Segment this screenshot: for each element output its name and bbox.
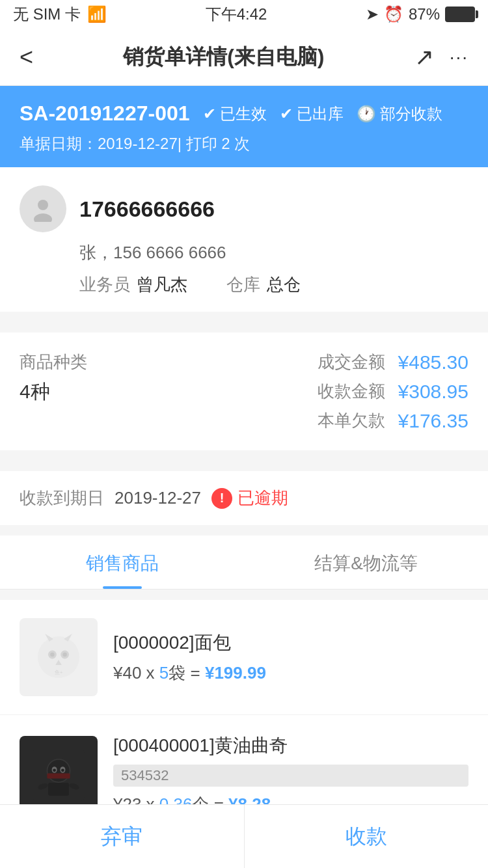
svg-point-15 — [53, 768, 56, 772]
category-value: 4种 — [20, 379, 87, 405]
overdue-text: 已逾期 — [237, 487, 288, 509]
deal-label: 成交金额 — [318, 351, 385, 373]
warehouse-value: 总仓 — [267, 273, 301, 296]
product-info-2: [000400001]黄油曲奇 534532 ¥23 x 0.36个 = ¥8.… — [113, 733, 468, 816]
avatar — [20, 185, 66, 232]
more-button[interactable]: ··· — [450, 47, 468, 68]
products-list: 鱼+ [0000002]面包 ¥40 x 5袋 = ¥199.99 — [0, 600, 488, 835]
owed-label: 本单欠款 — [318, 409, 385, 432]
svg-rect-18 — [48, 783, 69, 796]
product-item-1: 鱼+ [0000002]面包 ¥40 x 5袋 = ¥199.99 — [0, 600, 488, 715]
overdue-icon: ! — [211, 488, 232, 509]
received-amount: ¥308.95 — [398, 381, 468, 403]
battery-text: 87% — [409, 5, 440, 23]
status-badge-3: 🕐 部分收款 — [357, 103, 442, 124]
order-date-info: 单据日期：2019-12-27| 打印 2 次 — [20, 133, 468, 154]
status-right: ➤ ⏰ 87% — [366, 5, 475, 23]
product-info-1: [0000002]面包 ¥40 x 5袋 = ¥199.99 — [113, 631, 468, 685]
product-name-2: [000400001]黄油曲奇 — [113, 733, 468, 758]
nav-actions: ↗ ··· — [414, 44, 468, 71]
svg-point-1 — [34, 213, 52, 222]
product-image-2 — [20, 736, 98, 814]
received-label: 收款金额 — [318, 380, 385, 403]
page-title: 销货单详情(来自电脑) — [123, 43, 324, 72]
check-icon-2: ✔ — [280, 105, 293, 123]
overdue-badge: ! 已逾期 — [211, 487, 288, 509]
export-button[interactable]: ↗ — [414, 44, 434, 71]
alarm-icon: ⏰ — [384, 5, 403, 23]
category-label: 商品种类 — [20, 351, 87, 373]
product-image-1: 鱼+ — [20, 618, 98, 696]
product-sku-2: 534532 — [113, 765, 468, 787]
nav-bar: < 销货单详情(来自电脑) ↗ ··· — [0, 29, 488, 86]
order-header-banner: SA-20191227-001 ✔ 已生效 ✔ 已出库 🕐 部分收款 单据日期：… — [0, 86, 488, 167]
cancel-button[interactable]: 弃审 — [0, 805, 244, 868]
svg-point-6 — [62, 653, 66, 657]
order-id: SA-20191227-001 — [20, 102, 190, 126]
tabs: 销售商品 结算&物流等 — [0, 536, 488, 590]
svg-point-12 — [47, 759, 70, 782]
customer-name-phone: 张，156 6666 6666 — [79, 241, 468, 264]
svg-point-0 — [38, 200, 48, 210]
product-price-1: ¥40 x 5袋 = ¥199.99 — [113, 662, 468, 685]
bottom-actions: 弃审 收款 — [0, 804, 488, 868]
due-date-value: 2019-12-27 — [115, 488, 201, 508]
svg-point-5 — [50, 653, 54, 657]
salesperson-label: 业务员 — [79, 273, 130, 296]
carrier-text: 无 SIM 卡 — [13, 4, 81, 25]
deal-amount: ¥485.30 — [398, 351, 468, 373]
owed-amount: ¥176.35 — [398, 410, 468, 432]
customer-meta: 业务员 曾凡杰 仓库 总仓 — [79, 273, 468, 296]
confirm-button[interactable]: 收款 — [244, 805, 489, 868]
wifi-icon: 📶 — [87, 5, 107, 23]
check-icon-1: ✔ — [203, 105, 216, 123]
customer-phone: 17666666666 — [79, 197, 215, 222]
tab-settlement[interactable]: 结算&物流等 — [244, 536, 488, 589]
battery-icon — [445, 7, 475, 22]
divider-1 — [0, 312, 488, 322]
status-badge-1: ✔ 已生效 — [203, 103, 267, 124]
product-name-1: [0000002]面包 — [113, 631, 468, 655]
back-button[interactable]: < — [20, 44, 33, 71]
due-date-section: 收款到期日 2019-12-27 ! 已逾期 — [0, 471, 488, 525]
customer-section: 17666666666 张，156 6666 6666 业务员 曾凡杰 仓库 总… — [0, 167, 488, 312]
due-label: 收款到期日 — [20, 487, 104, 509]
status-time: 下午4:42 — [206, 4, 267, 25]
status-bar: 无 SIM 卡 📶 下午4:42 ➤ ⏰ 87% — [0, 0, 488, 29]
location-icon: ➤ — [366, 5, 379, 23]
svg-point-16 — [61, 768, 64, 772]
divider-2 — [0, 450, 488, 461]
svg-rect-17 — [47, 773, 70, 778]
salesperson-value: 曾凡杰 — [137, 273, 187, 296]
clock-icon: 🕐 — [357, 105, 376, 123]
warehouse-label: 仓库 — [226, 273, 260, 296]
tab-sales-products[interactable]: 销售商品 — [0, 536, 244, 589]
status-badge-2: ✔ 已出库 — [280, 103, 344, 124]
svg-text:鱼+: 鱼+ — [55, 670, 63, 675]
divider-3 — [0, 525, 488, 536]
summary-section: 商品种类 4种 成交金额 ¥485.30 收款金额 ¥308.95 本单欠款 ¥… — [0, 332, 488, 450]
status-left: 无 SIM 卡 📶 — [13, 4, 107, 25]
